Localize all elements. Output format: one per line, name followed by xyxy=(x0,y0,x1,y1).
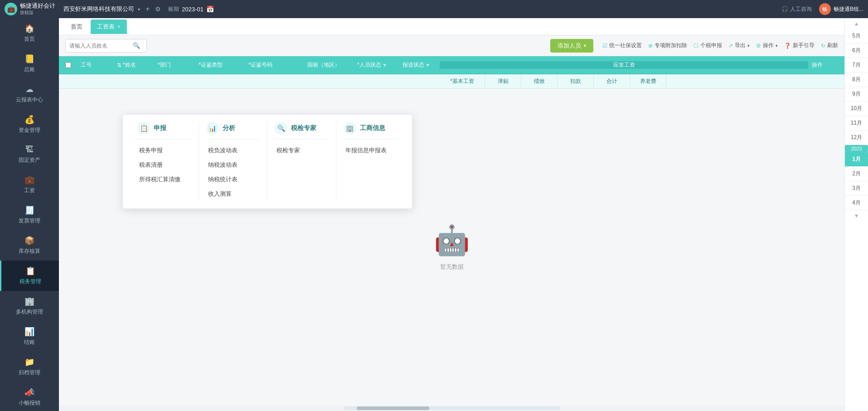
export-button[interactable]: ↗ 导出 ▾ xyxy=(728,42,750,49)
th-name[interactable]: ⇅ *姓名 xyxy=(113,61,154,69)
sidebar-item-home[interactable]: 🏠 首页 xyxy=(0,18,59,48)
dropdown-item-tax-change[interactable]: 纳税波动表 xyxy=(206,158,260,172)
month-6[interactable]: 6月 xyxy=(845,44,868,58)
tab-home[interactable]: 首页 xyxy=(64,19,89,34)
sidebar-item-tax[interactable]: 📋 税务管理 xyxy=(0,261,59,291)
shenb-title: 申报 xyxy=(154,124,166,132)
individual-tax-label: 个税申报 xyxy=(700,42,722,49)
bizinfo-header-icon: 🏢 xyxy=(344,122,356,135)
dropdown-col-fenxi: 📊 分析 税负波动表 纳税波动表 纳税统计表 收入测算 xyxy=(199,122,268,201)
month-2[interactable]: 2月 xyxy=(845,167,868,181)
logo-area: 💼 畅捷通好会计 旗舰版 xyxy=(5,2,59,16)
th-report-status[interactable]: 报送状态 ▼ xyxy=(399,61,440,69)
logo-icon: 💼 xyxy=(5,3,17,15)
support-button[interactable]: 🎧 人工咨询 xyxy=(781,5,812,13)
th-status[interactable]: *人员状态 ▼ xyxy=(354,61,399,69)
search-input[interactable] xyxy=(69,43,133,49)
individual-tax-button[interactable]: ☐ 个税申报 xyxy=(693,42,722,49)
dropdown-grid: 📋 申报 税务申报 税表清册 所得税汇算清缴 📊 分析 税负波动表 xyxy=(130,122,405,201)
month-1[interactable]: 1月 xyxy=(845,152,868,167)
special-deduction-label: 专项附加扣除 xyxy=(655,42,687,49)
th-should-pay-group: 应发工资 xyxy=(440,61,808,69)
toolbar: 🔍 添加人员 ▾ ☑ 统一社保设置 ⊕ 专项附加扣除 ☐ 个税申报 xyxy=(59,35,844,56)
special-deduction-icon: ⊕ xyxy=(648,43,653,49)
support-label: 人工咨询 xyxy=(790,5,812,13)
th-nationality: 国籍（地区） xyxy=(304,61,354,69)
header-checkbox-cell[interactable] xyxy=(59,62,77,68)
shenb-header-icon: 📋 xyxy=(137,122,150,135)
ledger-icon: 📒 xyxy=(24,54,34,64)
month-10[interactable]: 10月 xyxy=(845,102,868,116)
operations-button[interactable]: ⚙ 操作 ▾ xyxy=(756,42,778,49)
sidebar-item-funds[interactable]: 💰 资金管理 xyxy=(0,109,59,140)
dropdown-col-header-shenb: 📋 申报 xyxy=(137,122,191,140)
month-9[interactable]: 9月 xyxy=(845,87,868,102)
user-area[interactable]: 畅 畅捷通B组... xyxy=(819,3,863,15)
dropdown-item-annual-report[interactable]: 年报信息申报表 xyxy=(344,143,398,158)
dropdown-item-tax-stats[interactable]: 纳税统计表 xyxy=(206,172,260,187)
settings-button[interactable]: ⚙ xyxy=(155,5,161,13)
sidebar-item-ledger[interactable]: 📒 总账 xyxy=(0,48,59,79)
export-label: 导出 xyxy=(735,42,746,49)
month-12[interactable]: 12月 xyxy=(845,131,868,145)
export-dropdown-icon: ▾ xyxy=(747,44,750,48)
sidebar-item-payroll[interactable]: 💼 工资 xyxy=(0,169,59,200)
archive-icon: 📁 xyxy=(24,357,34,367)
search-input-wrap[interactable]: 🔍 xyxy=(65,39,147,53)
dropdown-col-shenb: 📋 申报 税务申报 税表清册 所得税汇算清缴 xyxy=(130,122,199,201)
dropdown-item-tax-declare[interactable]: 税务申报 xyxy=(137,143,191,158)
sidebar-item-closing[interactable]: 📊 结账 xyxy=(0,321,59,352)
month-8[interactable]: 8月 xyxy=(845,73,868,87)
scrollbar-track[interactable] xyxy=(343,406,561,410)
month-7[interactable]: 7月 xyxy=(845,58,868,73)
refresh-icon: ↻ xyxy=(821,43,825,49)
bottom-scrollbar[interactable] xyxy=(59,406,844,411)
period-area: 账期 2023-01 📅 xyxy=(168,5,214,13)
social-insurance-button[interactable]: ☑ 统一社保设置 xyxy=(602,42,642,49)
calendar-icon[interactable]: 📅 xyxy=(206,5,214,13)
dropdown-item-tax-table[interactable]: 税表清册 xyxy=(137,158,191,172)
sidebar-item-multiorg[interactable]: 🏢 多机构管理 xyxy=(0,291,59,321)
dropdown-item-tax-burden[interactable]: 税负波动表 xyxy=(206,143,260,158)
dropdown-col-taxcheck: 🔍 税检专家 税检专家 xyxy=(267,122,336,201)
report-filter-icon[interactable]: ▼ xyxy=(426,63,430,68)
expense-icon: 📣 xyxy=(24,387,34,397)
guide-button[interactable]: ❓ 新手引导 xyxy=(784,42,815,49)
sidebar-item-expense[interactable]: 📣 小畅报销 xyxy=(0,382,59,411)
status-filter-icon[interactable]: ▼ xyxy=(383,63,387,68)
year-nav-down[interactable]: ▼ xyxy=(854,210,859,221)
dropdown-item-taxcheck[interactable]: 税检专家 xyxy=(275,143,329,158)
add-company-button[interactable]: + xyxy=(144,5,151,13)
tab-payslip[interactable]: 工资表 × xyxy=(91,19,127,34)
year-nav-up[interactable]: ▲ xyxy=(854,18,859,29)
company-area[interactable]: 西安虾米网络科技有限公司 ▾ + ⚙ xyxy=(63,5,161,13)
user-avatar: 畅 xyxy=(819,3,831,15)
add-people-label: 添加人员 xyxy=(558,42,581,50)
sidebar-item-assets[interactable]: 🏗 固定资产 xyxy=(0,140,59,169)
sub-pension: 养老费 xyxy=(630,74,666,88)
month-5[interactable]: 5月 xyxy=(845,29,868,44)
dropdown-item-income-calc[interactable]: 收入测算 xyxy=(206,187,260,201)
scrollbar-thumb[interactable] xyxy=(357,406,429,410)
month-4-curr[interactable]: 4月 xyxy=(845,196,868,210)
dropdown-item-tax-settle[interactable]: 所得税汇算清缴 xyxy=(137,172,191,187)
refresh-button[interactable]: ↻ 刷新 xyxy=(821,42,838,49)
sidebar-item-cloud[interactable]: ☁ 云报表中心 xyxy=(0,79,59,109)
month-11[interactable]: 11月 xyxy=(845,116,868,131)
special-deduction-button[interactable]: ⊕ 专项附加扣除 xyxy=(648,42,687,49)
header-right: 🎧 人工咨询 畅 畅捷通B组... xyxy=(781,3,863,15)
company-dropdown-icon[interactable]: ▾ xyxy=(138,7,140,12)
tab-payslip-label: 工资表 xyxy=(97,23,115,31)
dropdown-col-header-bizinfo: 🏢 工商信息 xyxy=(344,122,398,140)
th-id-number: *证鉴号码 xyxy=(245,61,304,69)
month-3[interactable]: 3月 xyxy=(845,181,868,196)
sidebar-item-archive[interactable]: 📁 归档管理 xyxy=(0,352,59,382)
sidebar-item-invoice[interactable]: 🧾 发票管理 xyxy=(0,200,59,230)
app-title: 畅捷通好会计 xyxy=(20,2,55,10)
add-people-button[interactable]: 添加人员 ▾ xyxy=(550,39,593,53)
select-all-checkbox[interactable] xyxy=(65,62,71,68)
main-content-body: 工号 ⇅ *姓名 *部门 *证鉴类型 *证鉴号码 国籍（地区） xyxy=(59,56,844,411)
tab-close-icon[interactable]: × xyxy=(117,24,121,30)
sidebar-item-inventory[interactable]: 📦 库存核算 xyxy=(0,230,59,261)
search-icon: 🔍 xyxy=(133,42,140,49)
